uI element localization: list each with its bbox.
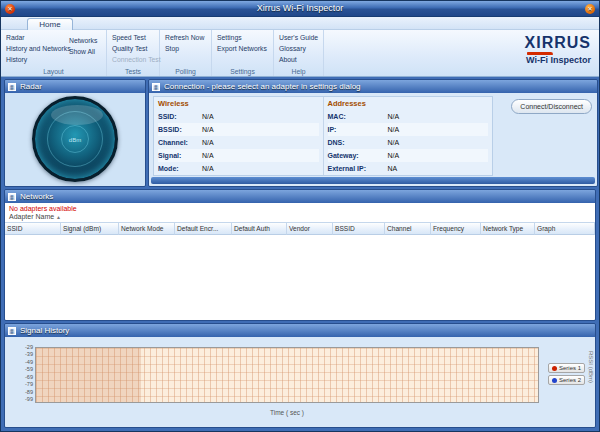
bssid-label: BSSID: [158, 123, 202, 136]
ribbon-item-users-guide[interactable]: User's Guide [277, 32, 322, 43]
chart-y-axis-ticks: -29 -39 -49 -59 -69 -79 -89 -99 [11, 344, 33, 402]
radar-panel: ≡ Radar dBm [4, 79, 146, 187]
panel-collapse-icon[interactable]: ≡ [8, 83, 16, 91]
ribbon-item-stop[interactable]: Stop [163, 43, 210, 54]
series-2-label: Series 2 [559, 377, 581, 383]
ribbon-group-label-polling: Polling [160, 68, 211, 75]
gateway-label: Gateway: [328, 149, 388, 162]
column-header-ssid[interactable]: SSID [5, 223, 61, 235]
y-tick: -59 [11, 366, 33, 372]
y-tick: -49 [11, 359, 33, 365]
chart-x-axis-label: Time ( sec ) [35, 409, 539, 416]
ribbon-group-label-settings: Settings [212, 68, 273, 75]
panel-collapse-icon[interactable]: ≡ [8, 327, 16, 335]
y-tick: -89 [11, 389, 33, 395]
mode-value: N/A [202, 162, 214, 175]
app-window: ✕ Xirrus Wi-Fi Inspector ✕ Home Radar Hi… [0, 0, 600, 432]
ribbon-group-layout: Radar History and Networks History Netwo… [1, 30, 107, 76]
connection-footer-bar [151, 177, 595, 184]
ribbon-item-radar[interactable]: Radar [4, 32, 66, 43]
adapter-name-group-row[interactable]: Adapter Name ▲ [5, 212, 595, 222]
y-tick: -29 [11, 344, 33, 350]
radar-panel-header: ≡ Radar [5, 80, 145, 93]
ribbon-item-glossary[interactable]: Glossary [277, 43, 322, 54]
mac-label: MAC: [328, 110, 388, 123]
connection-panel: ≡ Connection - please select an adapter … [148, 79, 598, 187]
ssid-value: N/A [202, 110, 214, 123]
column-header-vendor[interactable]: Vendor [287, 223, 333, 235]
addresses-heading: Addresses [328, 98, 489, 110]
signal-history-chart [35, 347, 539, 403]
column-header-channel[interactable]: Channel [385, 223, 431, 235]
connection-panel-title: Connection - please select an adapter in… [164, 82, 361, 91]
column-header-bssid[interactable]: BSSID [333, 223, 385, 235]
ribbon-item-history[interactable]: History [4, 54, 66, 65]
title-bar: ✕ Xirrus Wi-Fi Inspector ✕ [1, 1, 599, 17]
networks-panel: ≡ Networks No adapters available Adapter… [4, 189, 596, 321]
signal-value: N/A [202, 149, 214, 162]
gateway-value: N/A [388, 149, 400, 162]
signal-history-panel-header: ≡ Signal History [5, 324, 595, 337]
radar-gloss [51, 105, 103, 125]
connect-disconnect-button[interactable]: Connect/Disconnect [511, 99, 592, 114]
ribbon-item-show-all[interactable]: Show All [67, 46, 105, 57]
column-header-default-auth[interactable]: Default Auth [232, 223, 287, 235]
tab-home[interactable]: Home [27, 18, 73, 30]
networks-table-header: SSID Signal (dBm) Network Mode Default E… [5, 222, 595, 235]
brand-tagline: Wi-Fi Inspector [525, 55, 591, 65]
chart-y-axis-label: RSSI (dBm) [588, 351, 594, 383]
ip-label: IP: [328, 123, 388, 136]
ssid-label: SSID: [158, 110, 202, 123]
legend-item-series-2[interactable]: Series 2 [548, 375, 585, 385]
column-header-default-encryption[interactable]: Default Encr... [175, 223, 232, 235]
y-tick: -79 [11, 381, 33, 387]
column-header-signal[interactable]: Signal (dBm) [61, 223, 119, 235]
chart-legend: Series 1 Series 2 [548, 363, 585, 385]
ribbon-item-settings[interactable]: Settings [215, 32, 272, 43]
adapter-name-label: Adapter Name [9, 213, 54, 220]
y-tick: -69 [11, 374, 33, 380]
close-icon[interactable]: ✕ [585, 4, 595, 14]
ribbon-item-refresh-now[interactable]: Refresh Now [163, 32, 210, 43]
series-1-marker-icon [552, 366, 557, 371]
ribbon-item-connection-test: Connection Test [110, 54, 158, 65]
connection-panel-header: ≡ Connection - please select an adapter … [149, 80, 597, 93]
external-ip-value: NA [388, 162, 398, 175]
series-2-marker-icon [552, 378, 557, 383]
signal-label: Signal: [158, 149, 202, 162]
ribbon-item-speed-test[interactable]: Speed Test [110, 32, 158, 43]
sort-arrow-icon: ▲ [56, 214, 61, 220]
legend-item-series-1[interactable]: Series 1 [548, 363, 585, 373]
brand-name: XIRRUS [525, 34, 591, 51]
ribbon-item-networks[interactable]: Networks [67, 35, 105, 46]
brand-logo: XIRRUS Wi-Fi Inspector [525, 34, 591, 65]
ribbon-group-label-tests: Tests [107, 68, 159, 75]
wireless-section: Wireless SSID:N/A BSSID:N/A Channel:N/A … [154, 97, 324, 175]
panel-collapse-icon[interactable]: ≡ [8, 193, 16, 201]
y-tick: -99 [11, 396, 33, 402]
ribbon-item-export-networks[interactable]: Export Networks [215, 43, 272, 54]
dns-value: N/A [388, 136, 400, 149]
ribbon-tab-row: Home [1, 17, 599, 30]
wireless-heading: Wireless [158, 98, 319, 110]
channel-value: N/A [202, 136, 214, 149]
ribbon-group-polling: Refresh Now Stop Polling [160, 30, 212, 76]
panel-collapse-icon[interactable]: ≡ [152, 83, 160, 91]
ribbon: Radar History and Networks History Netwo… [1, 30, 599, 77]
ribbon-group-settings: Settings Export Networks Settings [212, 30, 274, 76]
ip-value: N/A [388, 123, 400, 136]
chart-shaded-region [36, 348, 141, 402]
dns-label: DNS: [328, 136, 388, 149]
app-logo-icon: ✕ [5, 4, 15, 14]
y-tick: -39 [11, 351, 33, 357]
ribbon-item-about[interactable]: About [277, 54, 322, 65]
column-header-frequency[interactable]: Frequency [431, 223, 481, 235]
external-ip-label: External IP: [328, 162, 388, 175]
column-header-graph[interactable]: Graph [535, 223, 595, 235]
channel-label: Channel: [158, 136, 202, 149]
column-header-network-mode[interactable]: Network Mode [119, 223, 175, 235]
signal-history-panel-title: Signal History [20, 326, 69, 335]
column-header-network-type[interactable]: Network Type [481, 223, 535, 235]
ribbon-item-history-and-networks[interactable]: History and Networks [4, 43, 66, 54]
ribbon-item-quality-test[interactable]: Quality Test [110, 43, 158, 54]
